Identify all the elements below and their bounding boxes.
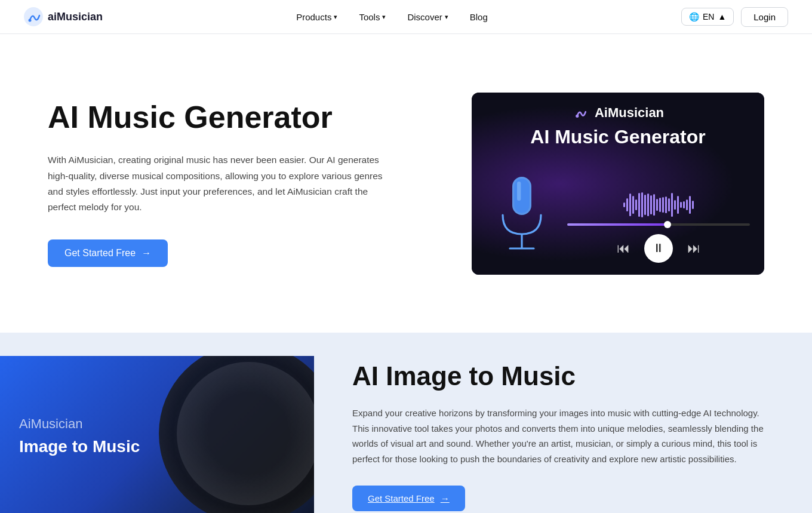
vinyl-illustration — [159, 356, 314, 514]
hero-image-brand-row: AiMusician — [486, 105, 750, 121]
logo[interactable]: aiMusician — [24, 7, 103, 26]
progress-bar[interactable] — [567, 223, 750, 226]
waveform-bar — [629, 193, 631, 216]
waveform-player: ⏮ ⏸ ⏭ — [558, 192, 750, 263]
svg-point-2 — [576, 114, 579, 117]
waveform-bar — [641, 192, 643, 217]
login-button[interactable]: Login — [741, 7, 788, 27]
navbar: aiMusician Products ▾ Tools ▾ Discover ▾… — [0, 0, 812, 34]
hero-image-brand-name: AiMusician — [595, 105, 664, 121]
hero-text: AI Music Generator With AiMusician, crea… — [48, 100, 394, 266]
waveform-bar — [635, 199, 637, 210]
hero-image-title: AI Music Generator — [486, 126, 750, 148]
second-image-title: Image to Music — [19, 437, 140, 457]
nav-links: Products ▾ Tools ▾ Discover ▾ Blog — [288, 7, 496, 27]
hero-logo-icon — [572, 105, 589, 121]
hero-image-header: AiMusician AI Music Generator — [486, 105, 750, 158]
nav-discover[interactable]: Discover ▾ — [399, 7, 456, 27]
arrow-right-icon: → — [142, 248, 151, 259]
waveform-bar — [632, 196, 634, 214]
waveform-bar — [665, 196, 667, 213]
waveform-bar — [692, 201, 694, 209]
waveform-bar — [662, 197, 664, 213]
nav-tools[interactable]: Tools ▾ — [350, 7, 394, 27]
waveform-bar — [650, 195, 652, 214]
discover-chevron-icon: ▾ — [445, 13, 448, 21]
nav-right: 🌐 EN ▲ Login — [681, 7, 788, 27]
hero-section: AI Music Generator With AiMusician, crea… — [0, 34, 812, 333]
second-image-card: AiMusician Image to Music — [0, 356, 314, 514]
waveform-bar — [656, 199, 658, 211]
waveform-bar — [653, 194, 655, 216]
progress-dot — [664, 221, 671, 228]
waveform-bar — [689, 196, 691, 214]
second-section-title: AI Image to Music — [352, 361, 774, 391]
nav-products[interactable]: Products ▾ — [288, 7, 346, 27]
waveform-bar — [677, 196, 679, 214]
svg-rect-7 — [517, 182, 521, 201]
second-arrow-icon: → — [441, 493, 450, 503]
fast-forward-button[interactable]: ⏭ — [687, 241, 700, 256]
waveform-bar — [683, 201, 685, 208]
hero-image-card: AiMusician AI Music Generator — [472, 93, 764, 275]
waveform-bar — [686, 199, 688, 210]
svg-point-1 — [29, 19, 32, 22]
waveform-bar — [671, 193, 673, 217]
microphone-icon — [486, 167, 558, 263]
player-controls: ⏮ ⏸ ⏭ — [617, 234, 700, 263]
waveform-bar — [644, 195, 646, 215]
waveform-bar — [668, 198, 670, 211]
language-selector[interactable]: 🌐 EN ▲ — [681, 8, 734, 26]
globe-icon: 🌐 — [689, 12, 699, 21]
second-image-brand: AiMusician — [19, 416, 140, 432]
hero-player-area: ⏮ ⏸ ⏭ — [486, 167, 750, 263]
nav-blog[interactable]: Blog — [462, 7, 496, 27]
products-chevron-icon: ▾ — [334, 13, 337, 21]
logo-icon — [24, 7, 43, 26]
waveform-bar — [638, 193, 640, 217]
waveform-bar — [680, 202, 682, 208]
second-image-text: AiMusician Image to Music — [19, 416, 140, 457]
second-section: AiMusician Image to Music AI Image to Mu… — [0, 333, 812, 513]
progress-bar-fill — [567, 223, 668, 226]
second-section-description: Expand your creative horizons by transfo… — [352, 406, 774, 466]
second-text-area: AI Image to Music Expand your creative h… — [314, 333, 812, 513]
brand-name: aiMusician — [48, 11, 103, 23]
waveform-bar — [659, 198, 661, 212]
waveform-bar — [647, 193, 649, 216]
second-cta-button[interactable]: Get Started Free → — [352, 486, 465, 511]
waveform-bar — [623, 202, 625, 207]
rewind-button[interactable]: ⏮ — [617, 241, 630, 256]
waveform-bars — [623, 192, 694, 217]
svg-rect-4 — [514, 179, 530, 213]
waveform-bar — [674, 200, 676, 210]
tools-chevron-icon: ▾ — [382, 13, 386, 21]
pause-button[interactable]: ⏸ — [644, 234, 673, 263]
lang-chevron-icon: ▲ — [718, 12, 726, 21]
hero-title: AI Music Generator — [48, 100, 394, 136]
waveform-bar — [626, 198, 628, 211]
hero-description: With AiMusician, creating original music… — [48, 152, 394, 215]
get-started-button[interactable]: Get Started Free → — [48, 239, 168, 267]
